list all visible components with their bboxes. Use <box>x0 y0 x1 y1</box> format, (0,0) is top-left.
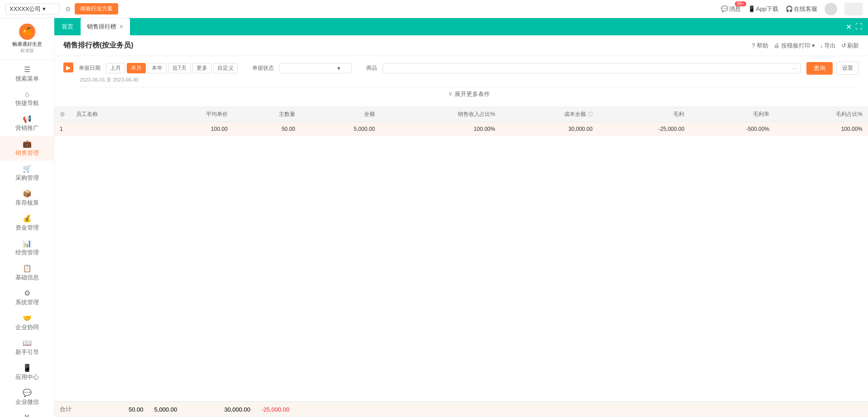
marketing-icon: 📢 <box>23 115 32 123</box>
sidebar-item-operations[interactable]: 📊 经营管理 <box>0 235 54 260</box>
sidebar-item-inventory[interactable]: 📦 库存核算 <box>0 186 54 211</box>
footer-cell-amount: 5,000.00 <box>149 406 183 413</box>
table-header-row: ⚙ 员工名称 平均单价 主数量 全额 销售收入占比% 成本全额 ⓘ 毛利 毛利率… <box>54 107 868 122</box>
sidebar-item-collaboration[interactable]: 🤝 企业协同 <box>0 310 54 335</box>
date-btn-7days[interactable]: 近7天 <box>168 63 191 73</box>
sidebar-item-purchase[interactable]: 🛒 采购管理 <box>0 161 54 186</box>
print-label: 按模板打印 <box>781 42 810 50</box>
sales-icon: 💼 <box>23 139 32 148</box>
sidebar-item-member[interactable]: V 畅会员 <box>0 410 54 417</box>
sidebar-item-label: 资金管理 <box>15 224 39 232</box>
footer-cell-gross: -25,000.00 <box>256 406 295 413</box>
app-download-link[interactable]: 📱 App下载 <box>748 5 778 13</box>
settings-button[interactable]: 设置 <box>836 62 859 75</box>
user-name-area[interactable] <box>844 3 863 15</box>
footer-cell-cost: 30,000.00 <box>219 406 256 413</box>
date-btn-custom[interactable]: 自定义 <box>213 63 238 73</box>
sidebar-item-wechat[interactable]: 💬 企业微信 <box>0 385 54 410</box>
footer-cell-empty1 <box>87 406 123 413</box>
refresh-button[interactable]: ↺ 刷新 <box>841 42 859 50</box>
help-icon: ? <box>752 42 755 49</box>
th-gross-pct: 毛利占比% <box>775 107 868 122</box>
cost-info-icon[interactable]: ⓘ <box>588 111 593 117</box>
date-btn-this-month[interactable]: 本月 <box>127 63 146 73</box>
appstore-icon: 📱 <box>23 364 32 372</box>
table-row: 1 100.00 50.00 5,000.00 100.00% 30,000.0… <box>54 122 868 136</box>
print-dropdown-icon: ▾ <box>812 42 815 49</box>
finance-icon: 💰 <box>23 214 32 223</box>
export-button[interactable]: ↓ 导出 <box>820 42 836 50</box>
export-label: 导出 <box>824 42 836 50</box>
date-btn-more[interactable]: 更多 <box>192 63 211 73</box>
expand-label: 展开更多条件 <box>455 90 490 98</box>
page-content: 销售排行榜(按业务员) ? 帮助 🖨 按模板打印 ▾ ↓ 导出 <box>54 35 868 417</box>
settings-icon[interactable]: ⚙ <box>65 5 71 13</box>
sidebar-item-label: 基础信息 <box>15 273 39 282</box>
sidebar-item-label: 营销推广 <box>15 124 39 132</box>
sidebar-item-marketing[interactable]: 📢 营销推广 <box>0 111 54 136</box>
logo-sub: 标准版 <box>20 48 34 54</box>
expand-more-button[interactable]: ∨ 展开更多条件 <box>79 87 859 101</box>
tab-home[interactable]: 首页 <box>54 18 81 35</box>
chevron-down-icon: ▾ <box>43 5 46 12</box>
sidebar-item-label: 库存核算 <box>15 199 39 207</box>
column-settings-icon[interactable]: ⚙ <box>60 111 65 118</box>
logo-text: 畅康通好生意 <box>12 41 42 48</box>
sidebar-item-label: 新手引导 <box>15 348 39 356</box>
inventory-icon: 📦 <box>23 189 32 198</box>
export-icon: ↓ <box>820 42 824 49</box>
cell-qty: 50.00 <box>233 122 301 136</box>
sidebar-item-system[interactable]: ⚙ 系统管理 <box>0 285 54 310</box>
chevron-down-icon: ▾ <box>337 65 340 72</box>
collaboration-icon: 🤝 <box>23 314 32 322</box>
tab-close-icon[interactable]: ✕ <box>119 24 124 30</box>
status-select[interactable]: ▾ <box>279 63 352 73</box>
sidebar-item-search[interactable]: ☰ 搜索菜单 <box>0 62 54 86</box>
date-btn-last-month[interactable]: 上月 <box>106 63 125 73</box>
footer-cell-empty2 <box>182 406 219 413</box>
company-selector[interactable]: XXXXX公司 ▾ <box>5 4 60 14</box>
sidebar-item-basic-info[interactable]: 📋 基础信息 <box>0 260 54 285</box>
sidebar-item-sales[interactable]: 💼 销售管理 <box>0 136 54 161</box>
sidebar-item-shortcuts[interactable]: ⌂ 快捷导航 <box>0 86 54 111</box>
help-button[interactable]: ? 帮助 <box>752 42 768 50</box>
sidebar-item-finance[interactable]: 💰 资金管理 <box>0 211 54 235</box>
goods-more-icon[interactable]: ··· <box>792 65 797 72</box>
sidebar-item-appstore[interactable]: 📱 应用中心 <box>0 360 54 385</box>
cell-gross-pct: 100.00% <box>775 122 868 136</box>
cell-avg-price: 100.00 <box>152 122 233 136</box>
avatar[interactable] <box>825 3 837 15</box>
search-menu-icon: ☰ <box>24 65 30 74</box>
tab-close-window-icon[interactable]: ✕ <box>846 23 852 31</box>
status-filter-label: 单据状态 <box>252 64 274 72</box>
th-gross-rate: 毛利率 <box>690 107 775 122</box>
th-employee-name: 员工名称 <box>71 107 152 122</box>
date-btn-this-year[interactable]: 本年 <box>148 63 167 73</box>
tab-right-controls: ✕ ⛶ <box>846 23 868 31</box>
purchase-icon: 🛒 <box>23 164 32 173</box>
phone-icon: 📱 <box>748 5 755 12</box>
online-support-label: 在线客服 <box>794 5 817 13</box>
sidebar-item-guide[interactable]: 📖 新手引导 <box>0 335 54 360</box>
date-buttons: 上月 本月 本年 近7天 更多 自定义 <box>106 63 238 73</box>
expand-icon: ∨ <box>448 90 453 98</box>
sidebar-item-label: 采购管理 <box>15 174 39 182</box>
cell-sales-pct: 100.00% <box>380 122 501 136</box>
filter-toggle-button[interactable]: ▶ <box>63 62 73 72</box>
cell-cost: 30,000.00 <box>501 122 598 136</box>
table-body: 1 100.00 50.00 5,000.00 100.00% 30,000.0… <box>54 122 868 136</box>
footer-cells: 50.00 5,000.00 30,000.00 -25,000.00 <box>87 406 863 413</box>
online-support-link[interactable]: 🎧 在线客服 <box>786 5 817 13</box>
tab-sales-ranking[interactable]: 销售排行榜 ✕ <box>81 18 130 35</box>
query-button[interactable]: 查询 <box>806 62 833 75</box>
refresh-icon: ↺ <box>841 42 846 49</box>
message-button[interactable]: 💬 消息 99+ <box>721 5 741 13</box>
goods-input[interactable]: ··· <box>383 63 801 73</box>
th-cost: 成本全额 ⓘ <box>501 107 598 122</box>
guide-icon: 📖 <box>23 339 32 347</box>
tab-maximize-icon[interactable]: ⛶ <box>855 23 863 31</box>
sidebar-item-label: 应用中心 <box>15 373 39 381</box>
print-button[interactable]: 🖨 按模板打印 ▾ <box>774 42 815 50</box>
th-settings[interactable]: ⚙ <box>54 107 71 122</box>
trial-button[interactable]: 体验行业方案 <box>75 3 118 14</box>
